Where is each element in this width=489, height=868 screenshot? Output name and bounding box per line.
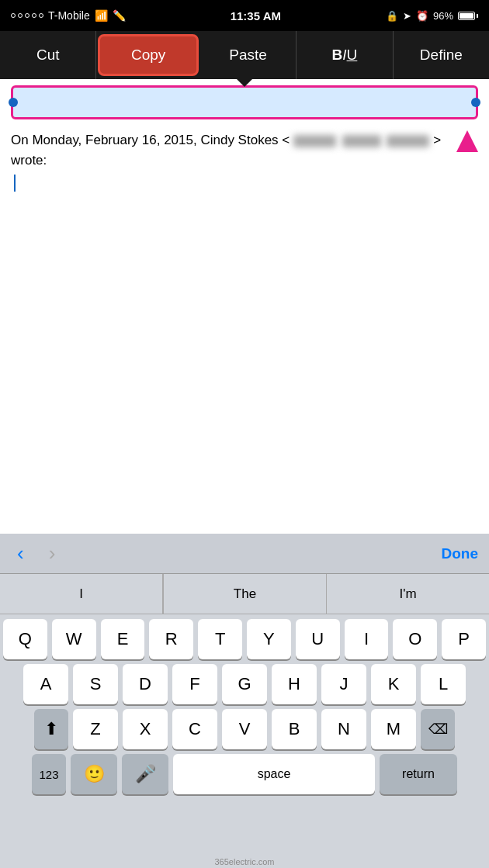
toolbar-nav: ‹ ›: [11, 538, 61, 569]
blurred-email-1: [293, 135, 336, 147]
text-cursor: [14, 175, 16, 192]
key-c[interactable]: C: [172, 709, 217, 749]
signal-dot-5: [39, 13, 43, 18]
menu-define[interactable]: Define: [394, 31, 489, 79]
text-selection[interactable]: [11, 85, 478, 119]
keys-area: Q W E R T Y U I O P A S D F G H J K L ⬆: [0, 614, 489, 868]
key-h[interactable]: H: [272, 664, 317, 704]
arrow-up-shape: [456, 130, 478, 152]
selection-handle-right[interactable]: [471, 98, 480, 107]
key-q[interactable]: Q: [3, 619, 47, 659]
menu-paste[interactable]: Paste: [200, 31, 297, 79]
selection-handle-left[interactable]: [9, 98, 18, 107]
key-n[interactable]: N: [321, 709, 366, 749]
email-whitespace: [0, 199, 489, 534]
autocomplete-bar: I The I'm: [0, 574, 489, 614]
autocomplete-the[interactable]: The: [163, 574, 327, 614]
key-i[interactable]: I: [345, 619, 389, 659]
keyboard-area: ‹ › Done I The I'm Q W E R T Y U I O P: [0, 534, 489, 868]
cursor-line: [11, 175, 478, 192]
key-p[interactable]: P: [442, 619, 486, 659]
key-g[interactable]: G: [222, 664, 267, 704]
key-r[interactable]: R: [149, 619, 193, 659]
signal-dot-4: [32, 13, 36, 18]
key-y[interactable]: Y: [247, 619, 291, 659]
backspace-key[interactable]: ⌫: [421, 709, 455, 749]
key-row-2: A S D F G H J K L: [3, 664, 486, 704]
mic-key[interactable]: 🎤: [122, 754, 168, 794]
return-key[interactable]: return: [380, 754, 457, 794]
status-time: 11:35 AM: [231, 9, 281, 22]
shift-icon: ⬆: [44, 719, 58, 739]
battery-icon: [458, 12, 478, 20]
pencil-icon: ✏️: [113, 9, 126, 22]
key-w[interactable]: W: [52, 619, 96, 659]
key-x[interactable]: X: [123, 709, 168, 749]
key-b[interactable]: B: [272, 709, 317, 749]
key-l[interactable]: L: [421, 664, 466, 704]
key-z[interactable]: Z: [73, 709, 118, 749]
carrier-label: T-Mobile: [48, 9, 90, 22]
biu-b: B: [332, 47, 343, 64]
wifi-icon: 📶: [95, 9, 108, 22]
nav-prev-button[interactable]: ‹: [11, 538, 30, 569]
signal-dot-3: [25, 13, 29, 18]
status-bar: T-Mobile 📶 ✏️ 11:35 AM 🔒 ➤ ⏰ 96%: [0, 0, 489, 31]
key-a[interactable]: A: [23, 664, 68, 704]
key-row-3: ⬆ Z X C V B N M ⌫: [3, 709, 486, 749]
email-text-prefix: On Monday, February 16, 2015, Cindy Stok…: [11, 133, 290, 147]
email-body: On Monday, February 16, 2015, Cindy Stok…: [11, 130, 478, 170]
key-d[interactable]: D: [123, 664, 168, 704]
emoji-icon: 🙂: [84, 764, 105, 784]
biu-u: U: [347, 47, 358, 64]
signal-dot-1: [11, 13, 16, 18]
email-area: On Monday, February 16, 2015, Cindy Stok…: [0, 79, 489, 199]
blurred-email-2: [342, 135, 381, 147]
space-key[interactable]: space: [173, 754, 375, 794]
done-button[interactable]: Done: [442, 545, 479, 562]
menu-cut[interactable]: Cut: [0, 31, 96, 79]
key-j[interactable]: J: [321, 664, 366, 704]
menu-copy[interactable]: Copy: [98, 34, 198, 76]
status-right: 🔒 ➤ ⏰ 96%: [386, 10, 478, 22]
selected-text-row: [11, 85, 478, 119]
signal-dots: [11, 13, 43, 18]
emoji-key[interactable]: 🙂: [71, 754, 117, 794]
battery-label: 96%: [433, 10, 453, 22]
autocomplete-i[interactable]: I: [0, 574, 163, 614]
backspace-icon: ⌫: [428, 721, 448, 738]
location-icon: ➤: [403, 10, 411, 22]
key-row-4: 123 🙂 🎤 space return: [3, 754, 486, 794]
watermark: 365electric.com: [0, 856, 489, 868]
status-left: T-Mobile 📶 ✏️: [11, 9, 126, 22]
shift-key[interactable]: ⬆: [34, 709, 68, 749]
num-key[interactable]: 123: [32, 754, 66, 794]
key-s[interactable]: S: [73, 664, 118, 704]
scroll-up-arrow[interactable]: [456, 130, 478, 152]
key-f[interactable]: F: [172, 664, 217, 704]
key-e[interactable]: E: [101, 619, 145, 659]
signal-dot-2: [18, 13, 23, 18]
autocomplete-im[interactable]: I'm: [327, 574, 489, 614]
alarm-icon: ⏰: [416, 10, 428, 22]
key-o[interactable]: O: [393, 619, 437, 659]
key-v[interactable]: V: [222, 709, 267, 749]
nav-next-button[interactable]: ›: [43, 538, 62, 569]
keyboard-toolbar: ‹ › Done: [0, 534, 489, 574]
context-menu: Cut Copy Paste B I U Define: [0, 31, 489, 79]
blurred-email-3: [387, 135, 429, 147]
menu-biu[interactable]: B I U: [297, 31, 393, 79]
lock-icon: 🔒: [386, 10, 398, 22]
key-k[interactable]: K: [371, 664, 416, 704]
mic-icon: 🎤: [135, 764, 156, 784]
key-m[interactable]: M: [371, 709, 416, 749]
key-t[interactable]: T: [198, 619, 242, 659]
key-u[interactable]: U: [296, 619, 340, 659]
key-row-1: Q W E R T Y U I O P: [3, 619, 486, 659]
